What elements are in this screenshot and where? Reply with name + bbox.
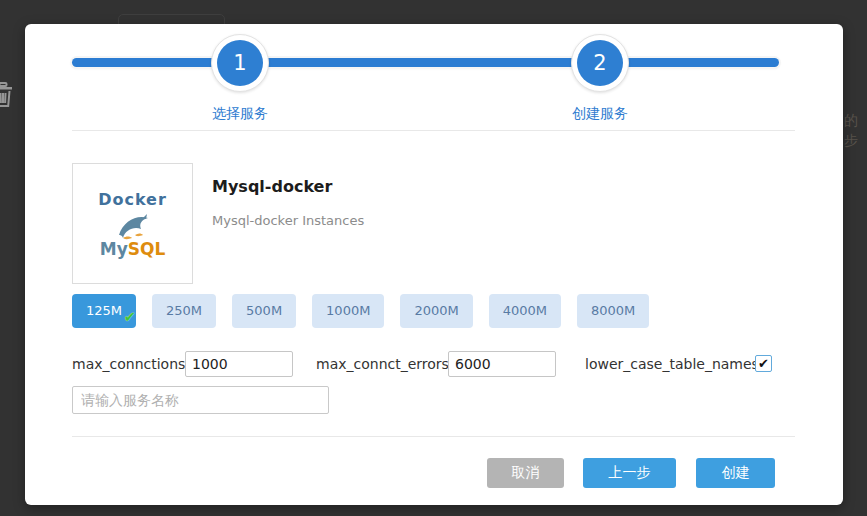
mysql-logo-text: MySQL (73, 239, 192, 259)
service-name-input[interactable] (72, 386, 329, 414)
step-1-label: 选择服务 (180, 105, 300, 123)
previous-step-button[interactable]: 上一步 (583, 458, 676, 488)
memory-option-250m[interactable]: 250M (152, 294, 216, 328)
max-connect-errors-input[interactable] (448, 351, 556, 377)
stepper-progress-bar (72, 58, 779, 67)
lower-case-table-names-checkbox[interactable]: ✔ (755, 355, 772, 372)
footer-divider (72, 436, 795, 437)
step-1-number: 1 (217, 40, 263, 86)
memory-option-4000m[interactable]: 4000M (489, 294, 561, 328)
header-divider (72, 130, 795, 131)
parameters-row: max_connctions: max_connct_errors: lower… (25, 350, 843, 378)
selected-check-icon: ✔ (123, 300, 136, 334)
max-connections-label: max_connctions: (72, 350, 190, 378)
background-clipped-text: 的 步 (844, 110, 867, 150)
trash-icon (0, 80, 15, 108)
create-button[interactable]: 创建 (696, 458, 775, 488)
docker-logo-text: Docker (73, 190, 192, 209)
create-service-dialog: 1 2 选择服务 创建服务 Docker MySQL Mysql-docker … (25, 24, 843, 505)
step-2-circle: 2 (571, 34, 629, 92)
service-logo: Docker MySQL (72, 163, 193, 284)
lower-case-table-names-label: lower_case_table_names: (585, 350, 764, 378)
memory-option-2000m[interactable]: 2000M (400, 294, 472, 328)
step-2-label: 创建服务 (540, 105, 660, 123)
memory-options-row: 125M ✔ 250M 500M 1000M 2000M 4000M 8000M (72, 294, 649, 328)
cancel-button[interactable]: 取消 (487, 458, 564, 488)
max-connections-input[interactable] (185, 351, 293, 377)
step-2-number: 2 (577, 40, 623, 86)
service-title: Mysql-docker (212, 177, 332, 196)
max-connect-errors-label: max_connct_errors: (316, 350, 454, 378)
memory-option-500m[interactable]: 500M (232, 294, 296, 328)
memory-option-8000m[interactable]: 8000M (577, 294, 649, 328)
memory-option-125m[interactable]: 125M ✔ (72, 294, 136, 328)
memory-option-1000m[interactable]: 1000M (312, 294, 384, 328)
step-1-circle: 1 (211, 34, 269, 92)
service-subtitle: Mysql-docker Instances (212, 213, 364, 228)
